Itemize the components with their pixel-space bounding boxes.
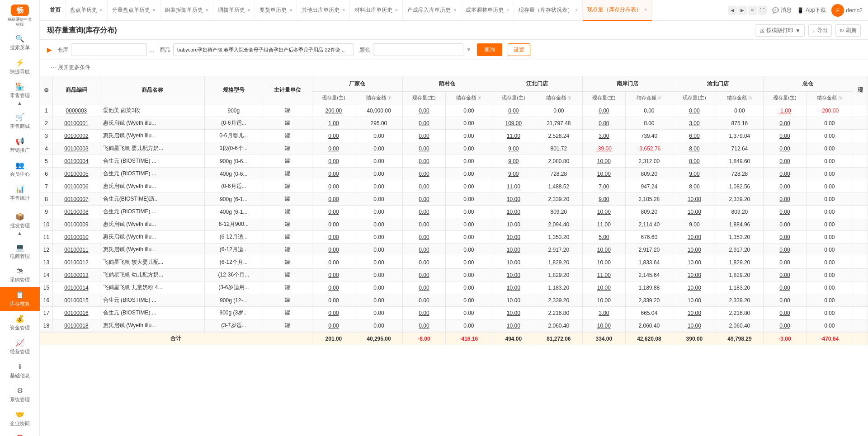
row-mocun-qty[interactable]: 0.00 [402, 130, 445, 142]
row-total-qty[interactable]: 0.00 [763, 307, 806, 319]
row-jiangbei-qty[interactable]: 11.00 [492, 180, 535, 193]
row-factory-qty[interactable]: 0.00 [312, 193, 355, 206]
row-factory-qty[interactable]: 0.00 [312, 269, 355, 281]
row-mocun-qty[interactable]: 0.00 [402, 180, 445, 193]
row-yubei-qty[interactable]: 6.00 [673, 130, 716, 142]
export-button[interactable]: ↓ 导出 [808, 24, 832, 37]
row-yubei-qty[interactable]: 10.00 [673, 319, 716, 333]
filter-expand-arrow[interactable]: ▶ [47, 46, 52, 53]
close-all-tabs[interactable]: ✕ [748, 6, 757, 15]
row-factory-qty[interactable]: 0.00 [312, 256, 355, 269]
row-code[interactable]: 00100009 [53, 218, 100, 231]
row-factory-qty[interactable]: 0.00 [312, 180, 355, 193]
sidebar-item-finance[interactable]: 💰 资金管理 [0, 311, 40, 335]
row-factory-qty[interactable]: 0.00 [312, 218, 355, 231]
row-jiangbei-qty[interactable]: 10.00 [492, 256, 535, 269]
sidebar-item-quicknav[interactable]: ⚡ 快捷导航 [0, 55, 40, 79]
sidebar-item-retail-stats[interactable]: 📊 零售统计 [0, 181, 40, 205]
row-nanan-qty[interactable]: 10.00 [582, 206, 625, 218]
table-wrapper[interactable]: ⚙ 商品编码 商品名称 规格型号 主计量单位 厂家仓 陌村仓 江北门店 南岸门店… [40, 76, 868, 436]
row-nanan-qty[interactable]: -39.00 [582, 142, 625, 155]
row-yubei-qty[interactable]: 8.00 [673, 142, 716, 155]
row-mocun-qty[interactable]: 0.00 [402, 155, 445, 168]
row-nanan-qty[interactable]: 10.00 [582, 244, 625, 256]
row-total-qty[interactable]: 0.00 [763, 193, 806, 206]
row-yubei-qty[interactable]: 10.00 [673, 256, 716, 269]
row-factory-qty[interactable]: 1.00 [312, 117, 355, 130]
row-nanan-qty[interactable]: 10.00 [582, 281, 625, 294]
tab-split-stocktake[interactable]: 分量盘点单历史 × [108, 0, 160, 21]
sidebar-item-system[interactable]: ⚙ 系统管理 [0, 383, 40, 407]
tab-requisition-history[interactable]: 要货单历史 × [255, 0, 297, 21]
next-tab-arrow[interactable]: ▶ [738, 6, 747, 15]
row-mocun-qty[interactable]: 0.00 [402, 281, 445, 294]
row-total-qty[interactable]: 0.00 [763, 130, 806, 142]
row-mocun-qty[interactable]: 0.00 [402, 193, 445, 206]
tab-inventory-status[interactable]: 现存量（库存状况表） × [514, 0, 583, 21]
row-total-qty[interactable]: 0.00 [763, 269, 806, 281]
sidebar-item-search[interactable]: 🔍 搜索英单 [0, 31, 40, 55]
row-factory-qty[interactable]: 0.00 [312, 168, 355, 180]
row-yubei-qty[interactable]: 0.00 [673, 104, 716, 117]
row-factory-qty[interactable]: 0.00 [312, 294, 355, 307]
row-mocun-qty[interactable]: 0.00 [402, 244, 445, 256]
tab-cost-adjustment[interactable]: 成本调整单历史 × [461, 0, 514, 21]
row-total-qty[interactable]: 0.00 [763, 218, 806, 231]
row-nanan-qty[interactable]: 10.00 [582, 155, 625, 168]
row-yubei-qty[interactable]: 10.00 [673, 193, 716, 206]
goods-input[interactable] [173, 43, 354, 56]
row-yubei-qty[interactable]: 10.00 [673, 244, 716, 256]
yubei-amt-info-icon[interactable]: ① [748, 95, 752, 100]
tab-product-inbound[interactable]: 产成品入库单历史 × [403, 0, 461, 21]
tab-transfer-history[interactable]: 调拨单历史 × [213, 0, 255, 21]
row-code[interactable]: 00100014 [53, 281, 100, 294]
row-total-qty[interactable]: 0.00 [763, 155, 806, 168]
row-total-qty[interactable]: 0.00 [763, 206, 806, 218]
row-nanan-qty[interactable]: 10.00 [582, 294, 625, 307]
row-jiangbei-qty[interactable]: 10.00 [492, 269, 535, 281]
row-factory-qty[interactable]: 0.00 [312, 155, 355, 168]
row-mocun-qty[interactable]: 0.00 [402, 319, 445, 333]
row-nanan-qty[interactable]: 5.00 [582, 231, 625, 244]
close-cost-adjustment[interactable]: × [506, 8, 509, 13]
color-input[interactable] [373, 43, 463, 56]
row-yubei-qty[interactable]: 9.00 [673, 168, 716, 180]
row-nanan-qty[interactable]: 3.00 [582, 130, 625, 142]
row-nanan-qty[interactable]: 10.00 [582, 256, 625, 269]
row-nanan-qty[interactable]: 10.00 [582, 168, 625, 180]
total-amt-info-icon[interactable]: ① [838, 95, 842, 100]
row-code[interactable]: 00100010 [53, 231, 100, 244]
row-mocun-qty[interactable]: 0.00 [402, 117, 445, 130]
row-total-qty[interactable]: 0.00 [763, 168, 806, 180]
close-split-stocktake[interactable]: × [153, 8, 156, 13]
row-nanan-qty[interactable]: 10.00 [582, 319, 625, 333]
row-jiangbei-qty[interactable]: 10.00 [492, 206, 535, 218]
row-factory-qty[interactable]: 0.00 [312, 142, 355, 155]
row-total-qty[interactable]: 0.00 [763, 281, 806, 294]
refresh-button[interactable]: ↻ 刷新 [835, 24, 861, 37]
sidebar-item-ecommerce[interactable]: 💻 电商管理 [0, 239, 40, 263]
sidebar-item-member[interactable]: 👥 会员中心 [0, 157, 40, 181]
tab-home[interactable]: 首页 [45, 0, 66, 21]
sidebar-item-marketing[interactable]: 📢 营销推广 [0, 133, 40, 157]
sidebar-item-enterprise[interactable]: 🤝 企业协同 [0, 407, 40, 431]
search-button[interactable]: 查询 [477, 43, 502, 56]
row-nanan-qty[interactable]: 9.00 [582, 193, 625, 206]
row-jiangbei-qty[interactable]: 109.00 [492, 117, 535, 130]
row-jiangbei-qty[interactable]: 10.00 [492, 193, 535, 206]
close-assemble-history[interactable]: × [206, 8, 208, 13]
user-avatar-btn[interactable]: E demo2 [831, 4, 863, 17]
row-jiangbei-qty[interactable]: 10.00 [492, 231, 535, 244]
row-yubei-qty[interactable]: 8.00 [673, 180, 716, 193]
setting-button[interactable]: 设置 [508, 43, 530, 56]
row-mocun-qty[interactable]: 0.00 [402, 294, 445, 307]
row-nanan-qty[interactable]: 7.00 [582, 180, 625, 193]
row-code[interactable]: 00100018 [53, 319, 100, 333]
sidebar-item-wholesale[interactable]: 📦 批发管理 ▲ [0, 209, 40, 239]
row-code[interactable]: 00100007 [53, 193, 100, 206]
sidebar-item-operations[interactable]: 📈 经营管理 [0, 335, 40, 359]
row-yubei-qty[interactable]: 3.00 [673, 117, 716, 130]
row-code[interactable]: 00100012 [53, 256, 100, 269]
row-yubei-qty[interactable]: 10.00 [673, 206, 716, 218]
row-total-qty[interactable]: 0.00 [763, 117, 806, 130]
